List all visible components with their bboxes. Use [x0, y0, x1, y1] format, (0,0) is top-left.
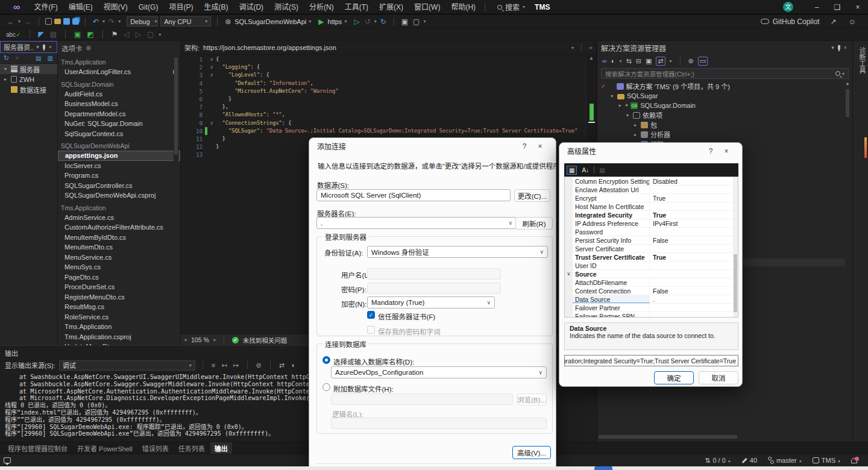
- properties-wrench-icon[interactable]: ⊛: [688, 57, 694, 65]
- property-value[interactable]: True: [650, 211, 738, 219]
- code-text[interactable]: "SQLSugar": "Data Source=.;Initial Catal…: [216, 127, 586, 135]
- property-row[interactable]: Integrated SecurityTrue: [565, 211, 738, 219]
- trust-certificate-checkbox[interactable]: ✓: [367, 311, 375, 319]
- close-icon[interactable]: ×: [719, 147, 734, 155]
- database-file-field[interactable]: [331, 393, 513, 405]
- pointer-mode-icon[interactable]: ◤: [37, 30, 45, 39]
- property-row[interactable]: User ID: [565, 262, 738, 270]
- document-health-label[interactable]: 未找到相关问题: [243, 336, 288, 345]
- share-icon[interactable]: ↗: [829, 17, 838, 26]
- expander-icon[interactable]: ▸: [2, 77, 8, 82]
- username-field[interactable]: [367, 268, 501, 280]
- server-explorer-header[interactable]: 服务器资... ▾ ×: [0, 41, 57, 53]
- notifications-button[interactable]: [851, 458, 860, 463]
- file-tab-item[interactable]: appsettings.json: [58, 151, 180, 161]
- add-connection-title-bar[interactable]: 添加连接 ? ×: [309, 138, 556, 154]
- split-editor-icon[interactable]: ÷: [589, 44, 593, 51]
- translator-extension-icon[interactable]: 文: [783, 2, 793, 12]
- minimize-button[interactable]: –: [807, 0, 827, 14]
- bookmark-icon[interactable]: ⚑: [110, 30, 119, 39]
- connection-string-field[interactable]: nfiguration;Integrated Security=True;Tru…: [564, 355, 738, 366]
- jump-to-message-icon[interactable]: ≡: [210, 362, 216, 369]
- code-text[interactable]: "Default": "Information",: [216, 80, 586, 87]
- logical-name-field[interactable]: [331, 418, 547, 429]
- previous-message-icon[interactable]: ↤: [220, 362, 228, 369]
- file-tab-item[interactable]: UserActionLogFilter.cs: [58, 67, 180, 77]
- server-name-combo[interactable]: .∨: [316, 217, 517, 229]
- expander-icon[interactable]: ▸: [632, 132, 638, 137]
- categorized-view-icon[interactable]: ▦: [567, 166, 577, 175]
- property-row[interactable]: AttachDbFilename: [565, 278, 738, 287]
- data-source-field[interactable]: Microsoft SQL Server (SqlClient): [316, 189, 511, 201]
- ok-button[interactable]: 确定: [654, 371, 694, 384]
- solution-tree-item[interactable]: ✓解决方案 'TMS' (9 个项目，共 9 个): [597, 81, 852, 91]
- property-value[interactable]: [650, 202, 738, 210]
- global-search[interactable]: 搜索 ▾: [497, 2, 525, 12]
- preview-window-icon[interactable]: ▢: [412, 17, 421, 26]
- file-tab-item[interactable]: BusinessModel.cs: [58, 99, 180, 109]
- file-tab-item[interactable]: Tms.Application.csproj: [58, 332, 180, 342]
- solution-tree-item[interactable]: ▸分析器: [597, 130, 852, 139]
- next-message-icon[interactable]: ↦: [231, 362, 239, 369]
- property-value[interactable]: True: [650, 253, 738, 261]
- solution-tree-item[interactable]: ▸包: [597, 120, 852, 130]
- code-text[interactable]: "Logging": {: [216, 63, 586, 71]
- code-text[interactable]: "LogLevel": {: [216, 71, 586, 79]
- github-copilot-button[interactable]: GitHub Copilot: [761, 17, 820, 26]
- output-source-dropdown[interactable]: 调试▾: [59, 360, 195, 371]
- file-tab-item[interactable]: IocServer.cs: [58, 161, 180, 171]
- help-icon[interactable]: ?: [517, 142, 532, 151]
- toolbar-overflow-icon[interactable]: ▾: [159, 32, 161, 37]
- property-row[interactable]: Host Name In Certificate: [565, 202, 738, 211]
- navigate-back-icon[interactable]: ←: [6, 17, 16, 26]
- code-text[interactable]: {: [216, 55, 586, 63]
- chevron-down-icon[interactable]: ▾: [374, 19, 377, 24]
- encrypt-combo[interactable]: Mandatory (True)∨: [367, 296, 495, 309]
- toolbar-overflow-icon[interactable]: ▾: [423, 19, 426, 24]
- code-text[interactable]: "ConnectionStrings": {: [216, 119, 586, 127]
- select-database-radio[interactable]: [322, 356, 330, 364]
- solution-scrollbar[interactable]: ▲: [845, 81, 850, 436]
- close-icon[interactable]: ×: [47, 44, 54, 50]
- feedback-bubble-icon[interactable]: [4, 457, 11, 463]
- refresh-icon[interactable]: ↻: [2, 54, 10, 62]
- bottom-tab-item[interactable]: 任务列表: [174, 442, 209, 454]
- expander-icon[interactable]: ▸: [632, 122, 638, 128]
- property-value[interactable]: [650, 278, 738, 286]
- show-members-icon[interactable]: ◩: [86, 30, 95, 39]
- close-button[interactable]: ×: [848, 0, 868, 14]
- file-tab-item[interactable]: SQLSugarController.cs: [58, 181, 180, 191]
- menu-item[interactable]: 分析(N): [304, 0, 339, 14]
- close-icon[interactable]: ×: [532, 142, 548, 151]
- file-tab-item[interactable]: PageDto.cs: [58, 272, 180, 283]
- switch-views-icon[interactable]: ∞: [602, 57, 607, 64]
- solution-tree-item[interactable]: ▾依赖项: [597, 110, 852, 120]
- fold-marker[interactable]: ∨: [207, 63, 216, 71]
- solution-configuration-dropdown[interactable]: Debug▾: [127, 16, 158, 27]
- property-row[interactable]: Trust Server CertificateTrue: [565, 253, 738, 262]
- git-branch-selector[interactable]: master▴: [768, 457, 802, 464]
- zoom-level-dropdown[interactable]: 105 %: [191, 336, 209, 343]
- startup-project-dropdown[interactable]: SQLSugarDemoWebApi▾: [234, 18, 311, 25]
- solution-platform-dropdown[interactable]: Any CPU▾: [160, 16, 211, 27]
- bottom-tab-item[interactable]: 错误列表: [138, 442, 173, 454]
- gear-icon[interactable]: ⊛: [86, 45, 91, 51]
- new-project-icon[interactable]: [45, 18, 52, 25]
- property-value[interactable]: [650, 312, 738, 318]
- menu-item[interactable]: 扩展(X): [374, 0, 409, 14]
- show-structure-icon[interactable]: ▣: [73, 30, 82, 39]
- property-value[interactable]: True: [650, 194, 738, 202]
- menu-item[interactable]: 编辑(E): [63, 0, 98, 14]
- pin-icon[interactable]: [41, 44, 47, 50]
- launch-profile-dropdown[interactable]: https▾: [328, 18, 347, 25]
- solution-tree-item[interactable]: ▾SQLSugar: [597, 91, 852, 101]
- chevron-down-icon[interactable]: ▾: [118, 19, 121, 24]
- property-value[interactable]: False: [650, 236, 738, 244]
- menu-item[interactable]: 生成(B): [198, 0, 233, 14]
- file-tab-item[interactable]: Tms.Application: [58, 322, 180, 332]
- menu-item[interactable]: 项目(P): [163, 0, 198, 14]
- file-tab-item[interactable]: MenuItemDto.cs: [58, 242, 180, 252]
- help-icon[interactable]: ?: [703, 147, 719, 155]
- clear-all-icon[interactable]: ⊘: [255, 362, 263, 369]
- property-row[interactable]: ∨Source: [565, 270, 738, 278]
